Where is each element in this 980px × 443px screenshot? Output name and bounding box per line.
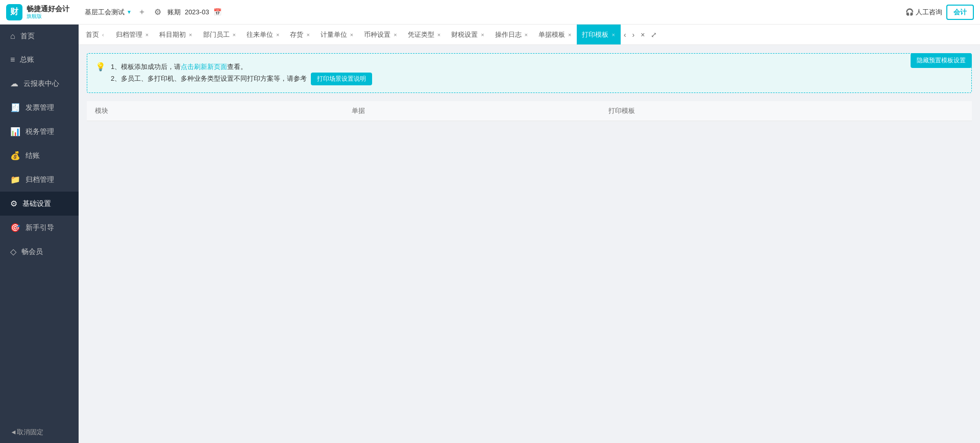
tab-prev-button[interactable]: ‹ bbox=[621, 29, 629, 41]
sidebar-item-label: 发票管理 bbox=[26, 103, 54, 112]
tab-close-all-button[interactable]: × bbox=[638, 29, 648, 41]
sidebar-item-ledger[interactable]: ≡ 总账 bbox=[0, 48, 79, 72]
hide-template-btn[interactable]: 隐藏预置模板设置 bbox=[911, 53, 972, 68]
close-icon[interactable]: × bbox=[568, 32, 571, 38]
close-icon[interactable]: × bbox=[350, 32, 353, 38]
content-area: 首页 ‹ 归档管理 × 科目期初 × 部门员工 × 往来单位 × 存货 × bbox=[79, 25, 980, 443]
col-module: 模块 bbox=[87, 101, 344, 121]
close-icon[interactable]: × bbox=[525, 32, 528, 38]
table-header-row: 模块 单据 打印模板 bbox=[87, 101, 972, 121]
print-template-table: 模块 单据 打印模板 bbox=[87, 101, 972, 121]
tab-label: 打印模板 bbox=[582, 30, 608, 39]
add-company-button[interactable]: ＋ bbox=[136, 5, 148, 19]
sidebar-item-reports[interactable]: ☁ 云报表中心 bbox=[0, 72, 79, 96]
tab-receipt[interactable]: 单据模板 × bbox=[533, 25, 577, 45]
refresh-link[interactable]: 点击刷新新页面 bbox=[181, 63, 227, 71]
tab-label: 操作日志 bbox=[495, 30, 522, 39]
sidebar-item-label: 首页 bbox=[20, 32, 35, 41]
sidebar-item-label: 总账 bbox=[20, 55, 34, 64]
sidebar-item-home[interactable]: ⌂ 首页 bbox=[0, 25, 79, 48]
tax-icon: 📊 bbox=[10, 127, 20, 136]
logo-area: 财 畅捷通好会计 旗舰版 bbox=[6, 4, 85, 20]
tab-expand-button[interactable]: ⤢ bbox=[648, 29, 660, 41]
tab-voucher[interactable]: 凭证类型 × bbox=[403, 25, 446, 45]
kuaiji-button[interactable]: 会计 bbox=[946, 5, 974, 20]
logo-main: 畅捷通好会计 bbox=[27, 5, 69, 13]
company-selector[interactable]: 基层工会测试 ▼ bbox=[85, 8, 132, 17]
tab-label: 部门员工 bbox=[203, 30, 230, 39]
tab-label: 凭证类型 bbox=[408, 30, 434, 39]
archive-icon: 📁 bbox=[10, 175, 20, 184]
col-receipt: 单据 bbox=[344, 101, 600, 121]
ledger-icon: ≡ bbox=[10, 55, 15, 64]
sidebar-item-settlement[interactable]: 💰 结账 bbox=[0, 144, 79, 168]
sidebar-item-label: 结账 bbox=[26, 151, 40, 160]
info-text: 1、模板添加成功后，请点击刷新新页面查看。 2、多员工、多打印机、多种业务类型设… bbox=[111, 61, 372, 85]
close-icon[interactable]: × bbox=[233, 32, 236, 38]
tab-currency[interactable]: 币种设置 × bbox=[359, 25, 402, 45]
tab-label: 财税设置 bbox=[451, 30, 478, 39]
tab-customer[interactable]: 往来单位 × bbox=[241, 25, 285, 45]
tab-log[interactable]: 操作日志 × bbox=[490, 25, 533, 45]
home-icon: ⌂ bbox=[10, 32, 15, 41]
settings-icon[interactable]: ⚙ bbox=[152, 5, 163, 19]
tab-print[interactable]: 打印模板 × bbox=[577, 25, 620, 45]
close-icon[interactable]: × bbox=[481, 32, 484, 38]
page-content: 隐藏预置模板设置 💡 1、模板添加成功后，请点击刷新新页面查看。 2、多员工、多… bbox=[79, 45, 980, 443]
invoice-icon: 🧾 bbox=[10, 103, 20, 112]
tab-inventory[interactable]: 存货 × bbox=[285, 25, 315, 45]
close-icon[interactable]: × bbox=[306, 32, 309, 38]
sidebar-item-vip[interactable]: ◇ 畅会员 bbox=[0, 240, 79, 264]
main-layout: ⌂ 首页 ≡ 总账 ☁ 云报表中心 🧾 发票管理 📊 税务管理 💰 结账 📁 归… bbox=[0, 25, 980, 443]
sidebar-item-label: 畅会员 bbox=[21, 247, 43, 257]
sidebar-item-label: 新手引导 bbox=[26, 223, 54, 232]
close-icon[interactable]: × bbox=[276, 32, 279, 38]
tab-separator: ‹ bbox=[101, 32, 105, 38]
close-icon[interactable]: × bbox=[145, 32, 149, 38]
tab-bar: 首页 ‹ 归档管理 × 科目期初 × 部门员工 × 往来单位 × 存货 × bbox=[79, 25, 980, 45]
period-value: 2023-03 bbox=[185, 8, 209, 16]
sidebar-item-archive[interactable]: 📁 归档管理 bbox=[0, 168, 79, 192]
tab-home[interactable]: 首页 ‹ bbox=[81, 25, 111, 45]
tab-label: 计量单位 bbox=[321, 30, 347, 39]
top-bar-right: 🎧 人工咨询 会计 bbox=[905, 5, 974, 20]
logo-sub: 旗舰版 bbox=[27, 13, 69, 19]
print-scene-btn[interactable]: 打印场景设置说明 bbox=[311, 73, 372, 85]
tab-label: 往来单位 bbox=[247, 30, 273, 39]
top-bar-middle: 基层工会测试 ▼ ＋ ⚙ 账期 2023-03 📅 bbox=[85, 5, 905, 19]
sidebar-item-invoice[interactable]: 🧾 发票管理 bbox=[0, 96, 79, 120]
tab-label: 币种设置 bbox=[364, 30, 390, 39]
calendar-icon[interactable]: 📅 bbox=[213, 8, 222, 16]
tab-subject[interactable]: 科目期初 × bbox=[154, 25, 198, 45]
tab-finance[interactable]: 财税设置 × bbox=[446, 25, 489, 45]
close-icon[interactable]: × bbox=[189, 32, 192, 38]
sidebar-item-tax[interactable]: 📊 税务管理 bbox=[0, 120, 79, 144]
close-icon[interactable]: × bbox=[437, 32, 440, 38]
tab-archive[interactable]: 归档管理 × bbox=[111, 25, 154, 45]
sidebar-item-guide[interactable]: 🎯 新手引导 bbox=[0, 216, 79, 240]
tab-label: 单据模板 bbox=[538, 30, 565, 39]
tab-unit[interactable]: 计量单位 × bbox=[315, 25, 359, 45]
unpin-label: ◄取消固定 bbox=[10, 428, 43, 437]
sidebar-item-label: 归档管理 bbox=[26, 175, 54, 184]
company-name: 基层工会测试 bbox=[85, 8, 125, 17]
bulb-icon: 💡 bbox=[95, 62, 106, 72]
customer-service-btn[interactable]: 🎧 人工咨询 bbox=[905, 8, 942, 17]
tab-department[interactable]: 部门员工 × bbox=[198, 25, 241, 45]
vip-icon: ◇ bbox=[10, 247, 16, 257]
info-line1: 1、模板添加成功后，请点击刷新新页面查看。 bbox=[111, 61, 372, 73]
logo-icon: 财 bbox=[6, 4, 22, 20]
sidebar-item-settings[interactable]: ⚙ 基础设置 bbox=[0, 192, 79, 216]
sidebar: ⌂ 首页 ≡ 总账 ☁ 云报表中心 🧾 发票管理 📊 税务管理 💰 结账 📁 归… bbox=[0, 25, 79, 443]
customer-service-label: 人工咨询 bbox=[916, 8, 942, 17]
close-icon[interactable]: × bbox=[394, 32, 397, 38]
gear-icon: ⚙ bbox=[10, 199, 17, 208]
chevron-down-icon: ▼ bbox=[127, 9, 132, 15]
col-print-template: 打印模板 bbox=[600, 101, 972, 121]
sidebar-item-label: 云报表中心 bbox=[23, 79, 59, 88]
headset-icon: 🎧 bbox=[905, 8, 914, 16]
close-icon[interactable]: × bbox=[611, 32, 615, 38]
unpin-sidebar-btn[interactable]: ◄取消固定 bbox=[0, 422, 79, 443]
settlement-icon: 💰 bbox=[10, 151, 20, 160]
tab-next-button[interactable]: › bbox=[629, 29, 638, 41]
